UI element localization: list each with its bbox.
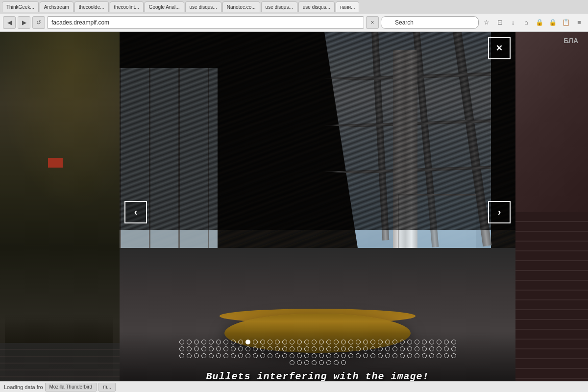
dot-r4-3[interactable] (304, 360, 309, 365)
dot-r2-14[interactable] (275, 346, 280, 351)
next-button[interactable]: › (488, 201, 511, 223)
dot-r3-33[interactable] (415, 353, 419, 358)
dot-r1-31[interactable] (400, 340, 405, 344)
dot-r3-24[interactable] (348, 353, 353, 358)
dot-r4-6[interactable] (326, 360, 331, 365)
tab-1[interactable]: ThinkGeek... (2, 1, 39, 12)
dot-r1-24[interactable] (348, 340, 353, 344)
dot-r1-9[interactable] (238, 340, 243, 344)
thunderbird-taskbar[interactable]: Mozilla Thunderbird (45, 383, 97, 392)
prev-button[interactable]: ‹ (124, 201, 147, 223)
dot-r3-34[interactable] (422, 353, 427, 358)
dot-r4-2[interactable] (297, 360, 302, 365)
dot-r2-13[interactable] (268, 346, 272, 351)
dot-r2-31[interactable] (400, 346, 405, 351)
dot-r2-4[interactable] (201, 346, 206, 351)
dot-r2-28[interactable] (378, 346, 383, 351)
dot-r4-4[interactable] (312, 360, 317, 365)
dot-r2-35[interactable] (429, 346, 434, 351)
tab-6[interactable]: use disqus... (185, 1, 221, 12)
dot-r2-33[interactable] (415, 346, 419, 351)
dot-r2-11[interactable] (253, 346, 258, 351)
tab-2[interactable]: Archstream (40, 1, 74, 12)
dot-r3-16[interactable] (290, 353, 294, 358)
dot-r2-25[interactable] (356, 346, 361, 351)
dot-r3-28[interactable] (378, 353, 383, 358)
dot-r2-32[interactable] (407, 346, 412, 351)
home-icon[interactable]: ⌂ (520, 17, 532, 28)
dot-r1-37[interactable] (444, 340, 449, 344)
dot-r3-31[interactable] (400, 353, 405, 358)
dot-r1-33[interactable] (415, 340, 419, 344)
download-icon[interactable]: ↓ (507, 17, 519, 28)
dot-r2-15[interactable] (282, 346, 287, 351)
dot-r2-21[interactable] (326, 346, 331, 351)
dot-r3-7[interactable] (223, 353, 228, 358)
forward-button[interactable]: ▶ (18, 16, 30, 29)
dot-r2-24[interactable] (348, 346, 353, 351)
tab-9[interactable]: use disqus... (298, 1, 335, 12)
dot-r2-17[interactable] (297, 346, 302, 351)
dot-r3-5[interactable] (209, 353, 214, 358)
dot-r1-11[interactable] (253, 340, 258, 344)
dot-r1-13[interactable] (268, 340, 272, 344)
clipboard-icon[interactable]: 📋 (560, 17, 572, 28)
dot-r3-1[interactable] (179, 353, 184, 358)
privacy2-icon[interactable]: 🔒 (547, 17, 559, 28)
reload-button[interactable]: ↺ (32, 16, 45, 29)
dot-r1-7[interactable] (223, 340, 228, 344)
dot-r2-34[interactable] (422, 346, 427, 351)
dot-r1-10[interactable] (245, 340, 250, 344)
dot-r1-29[interactable] (385, 340, 390, 344)
dot-r1-23[interactable] (341, 340, 346, 344)
dot-r2-3[interactable] (194, 346, 199, 351)
dot-r3-17[interactable] (297, 353, 302, 358)
read-icon[interactable]: ⊡ (494, 17, 506, 28)
dot-r1-28[interactable] (378, 340, 383, 344)
dot-r4-8[interactable] (341, 360, 346, 365)
address-bar[interactable]: facades.dreampif.com (47, 16, 364, 29)
dot-r1-18[interactable] (304, 340, 309, 344)
dot-r2-36[interactable] (437, 346, 441, 351)
dot-r2-2[interactable] (187, 346, 192, 351)
dot-r1-26[interactable] (363, 340, 368, 344)
close-button[interactable]: × (488, 37, 511, 59)
dot-r1-4[interactable] (201, 340, 206, 344)
dot-r1-21[interactable] (326, 340, 331, 344)
dot-r3-9[interactable] (238, 353, 243, 358)
dot-r3-14[interactable] (275, 353, 280, 358)
dot-r1-35[interactable] (429, 340, 434, 344)
dot-r3-12[interactable] (260, 353, 265, 358)
dot-r1-19[interactable] (312, 340, 317, 344)
search-input[interactable]: Search (381, 16, 479, 29)
dot-r4-5[interactable] (319, 360, 324, 365)
dot-r2-38[interactable] (451, 346, 456, 351)
dot-r2-8[interactable] (231, 346, 236, 351)
dot-r3-8[interactable] (231, 353, 236, 358)
tab-3[interactable]: thecoolde... (74, 1, 109, 12)
dot-r3-13[interactable] (268, 353, 272, 358)
dot-r3-26[interactable] (363, 353, 368, 358)
dot-r3-22[interactable] (334, 353, 339, 358)
dot-r2-30[interactable] (392, 346, 397, 351)
close-tab-button[interactable]: × (366, 16, 379, 29)
dot-r1-3[interactable] (194, 340, 199, 344)
dot-r1-25[interactable] (356, 340, 361, 344)
dot-r4-1[interactable] (290, 360, 294, 365)
dot-r1-38[interactable] (451, 340, 456, 344)
menu-icon[interactable]: ≡ (573, 17, 585, 28)
dot-r4-7[interactable] (334, 360, 339, 365)
dot-r1-16[interactable] (290, 340, 294, 344)
dot-r3-4[interactable] (201, 353, 206, 358)
dot-r2-12[interactable] (260, 346, 265, 351)
dot-r2-5[interactable] (209, 346, 214, 351)
dot-r1-34[interactable] (422, 340, 427, 344)
dot-r3-36[interactable] (437, 353, 441, 358)
dot-r1-32[interactable] (407, 340, 412, 344)
dot-r1-6[interactable] (216, 340, 221, 344)
dot-r1-17[interactable] (297, 340, 302, 344)
taskbar-item-2[interactable]: m... (98, 383, 116, 392)
dot-r3-18[interactable] (304, 353, 309, 358)
dot-r2-29[interactable] (385, 346, 390, 351)
dot-r1-30[interactable] (392, 340, 397, 344)
